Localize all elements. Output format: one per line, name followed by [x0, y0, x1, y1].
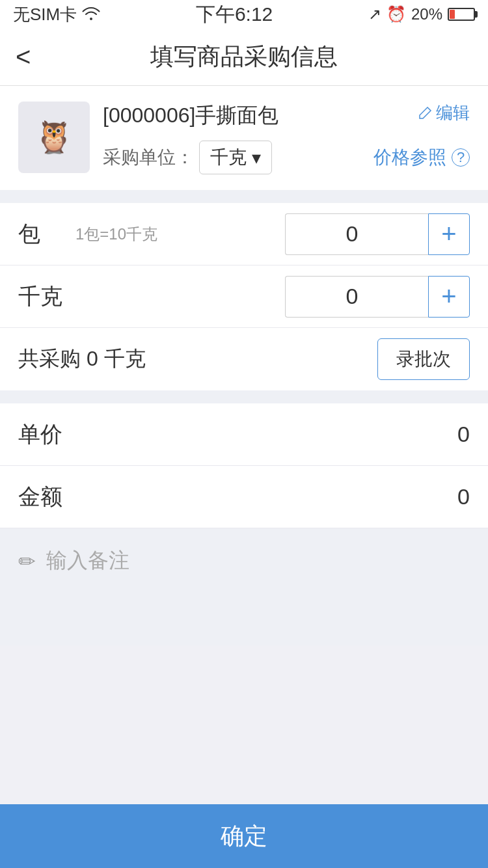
- product-unit-row: 采购单位： 千克 ▾ 价格参照 ?: [103, 141, 470, 174]
- unit-select[interactable]: 千克 ▾: [199, 141, 272, 174]
- notes-area[interactable]: ✏ 输入备注: [0, 528, 488, 645]
- kg-label: 千克: [18, 282, 70, 312]
- edit-icon: [418, 106, 432, 120]
- section-divider-1: [0, 190, 488, 203]
- product-card: 🦉 [0000006]手撕面包 编辑 采购单位： 千克 ▾: [0, 86, 488, 190]
- kg-input-row: 千克 +: [0, 265, 488, 328]
- location-icon: ↗: [368, 5, 381, 23]
- product-logo: 🦉: [34, 119, 74, 156]
- product-image: 🦉: [18, 102, 90, 173]
- battery-percent: 20%: [411, 5, 442, 23]
- battery-icon: [448, 8, 475, 21]
- total-value: 0: [87, 347, 98, 370]
- notes-placeholder: 输入备注: [46, 547, 129, 575]
- back-button[interactable]: <: [16, 42, 31, 72]
- status-left: 无SIM卡: [13, 3, 100, 26]
- kg-plus-button[interactable]: +: [428, 276, 470, 318]
- bao-sublabel: 1包=10千克: [75, 224, 157, 245]
- total-unit: 千克: [104, 347, 146, 370]
- amount-value: 0: [457, 484, 470, 509]
- product-header: [0000006]手撕面包 编辑: [103, 102, 470, 130]
- bao-input-row: 包 1包=10千克 +: [0, 203, 488, 265]
- dropdown-icon: ▾: [252, 147, 261, 169]
- pencil-icon: ✏: [18, 549, 36, 574]
- unit-label-text: 采购单位：: [103, 145, 194, 170]
- unit-value: 千克: [210, 145, 247, 170]
- price-row: 单价 0: [0, 403, 488, 466]
- price-ref-button[interactable]: 价格参照 ?: [373, 145, 470, 170]
- batch-button[interactable]: 录批次: [377, 338, 470, 380]
- info-icon: ?: [452, 148, 470, 167]
- amount-row: 金额 0: [0, 466, 488, 528]
- product-name: [0000006]手撕面包: [103, 102, 278, 130]
- alarm-icon: ⏰: [386, 5, 406, 23]
- edit-button[interactable]: 编辑: [418, 102, 470, 124]
- wifi-icon: [82, 5, 100, 25]
- status-right: ↗ ⏰ 20%: [368, 5, 475, 23]
- nav-bar: < 填写商品采购信息: [0, 29, 488, 86]
- bao-input-right: +: [285, 213, 470, 255]
- bao-plus-button[interactable]: +: [428, 213, 470, 255]
- bao-label: 包: [18, 219, 70, 249]
- total-row: 共采购 0 千克 录批次: [0, 328, 488, 390]
- product-info: [0000006]手撕面包 编辑 采购单位： 千克 ▾ 价格参照 ?: [103, 102, 470, 174]
- bao-input[interactable]: [285, 213, 428, 255]
- amount-label: 金额: [18, 482, 62, 512]
- total-text: 共采购 0 千克: [18, 345, 146, 373]
- page-title: 填写商品采购信息: [150, 41, 338, 73]
- price-value: 0: [457, 422, 470, 447]
- bottom-spacer: [0, 645, 488, 709]
- kg-input-right: +: [285, 276, 470, 318]
- status-bar: 无SIM卡 下午6:12 ↗ ⏰ 20%: [0, 0, 488, 29]
- confirm-button[interactable]: 确定: [0, 804, 488, 868]
- price-label: 单价: [18, 420, 62, 450]
- status-time: 下午6:12: [196, 1, 273, 28]
- kg-input[interactable]: [285, 276, 428, 318]
- carrier-label: 无SIM卡: [13, 3, 77, 26]
- section-divider-2: [0, 390, 488, 403]
